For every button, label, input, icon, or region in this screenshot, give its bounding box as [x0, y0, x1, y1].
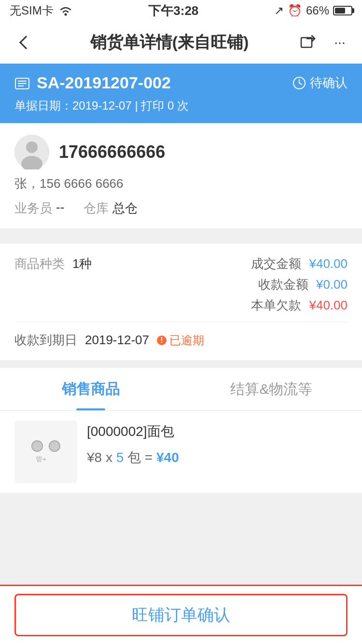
svg-line-9 [299, 83, 302, 84]
owing-value: ¥40.00 [309, 298, 348, 313]
payment-value: ¥0.00 [316, 277, 348, 292]
product-types-label: 商品种类 [14, 255, 65, 272]
tabs-header: 销售商品 结算&物流等 [0, 368, 362, 410]
nav-actions: ··· [298, 32, 350, 53]
bottom-spacer [0, 493, 362, 551]
owl-eye-right [49, 440, 60, 452]
wifi-icon [58, 5, 73, 16]
warehouse-label: 仓库 [84, 200, 109, 217]
customer-avatar [14, 135, 49, 169]
product-item: 管+ [0000002]面包 ¥8 x 5 包 = ¥40 [14, 420, 348, 483]
unit-price: ¥8 [87, 450, 102, 465]
overdue-icon: ! [157, 336, 167, 345]
alarm-icon: ⏰ [288, 4, 302, 17]
product-logo: 管+ [31, 440, 60, 463]
customer-meta: 业务员 -- 仓库 总仓 [14, 200, 348, 217]
transaction-value: ¥40.00 [309, 256, 348, 271]
more-button[interactable]: ··· [329, 32, 350, 53]
divider-1 [0, 236, 362, 244]
order-status: 待确认 [292, 74, 348, 91]
multiply-sign: x [106, 450, 116, 465]
svg-point-11 [26, 141, 38, 153]
status-bar-left: 无SIM卡 [10, 3, 73, 18]
order-id: SA-20191207-002 [14, 73, 171, 92]
nav-title: 销货单详情(来自旺铺) [41, 31, 298, 54]
tab-settlement[interactable]: 结算&物流等 [181, 368, 362, 410]
due-label: 收款到期日 [14, 332, 77, 349]
product-info: [0000002]面包 ¥8 x 5 包 = ¥40 [87, 420, 348, 467]
battery-text: 66% [306, 4, 329, 17]
payment-label: 收款金额 [258, 276, 308, 293]
confirm-btn-container: 旺铺订单确认 [0, 585, 362, 644]
tab-sales[interactable]: 销售商品 [0, 368, 181, 410]
back-button[interactable] [12, 28, 41, 57]
status-text: 待确认 [310, 74, 348, 91]
due-date: 2019-12-07 [85, 333, 149, 348]
due-date-section: 收款到期日 2019-12-07 ! 已逾期 [14, 322, 348, 349]
order-icon [14, 76, 32, 90]
product-types: 商品种类 1种 [14, 255, 92, 272]
overdue-badge: ! 已逾期 [157, 333, 204, 348]
transaction-label: 成交金额 [251, 255, 301, 272]
brand-text-icon: 管+ [34, 454, 58, 463]
order-id-text: SA-20191207-002 [37, 73, 171, 92]
unit-label: 包 [127, 450, 141, 465]
tab-sales-label: 销售商品 [62, 379, 120, 399]
owing-amount-row: 本单欠款 ¥40.00 [251, 297, 348, 314]
tab-settlement-label: 结算&物流等 [230, 379, 312, 399]
confirm-button[interactable]: 旺铺订单确认 [14, 594, 348, 636]
salesperson-value: -- [56, 200, 64, 217]
salesperson-label: 业务员 [14, 200, 52, 217]
total-price: ¥40 [156, 450, 179, 465]
summary-section: 商品种类 1种 成交金额 ¥40.00 收款金额 ¥0.00 本单欠款 ¥40.… [0, 244, 362, 360]
location-icon: ↗ [274, 4, 284, 17]
status-bar: 无SIM卡 下午3:28 ↗ ⏰ 66% [0, 0, 362, 21]
product-types-value: 1种 [72, 255, 92, 272]
order-date: 单据日期：2019-12-07 | 打印 0 次 [14, 98, 348, 113]
product-name: [0000002]面包 [87, 422, 348, 441]
nav-bar: 销货单详情(来自旺铺) ··· [0, 21, 362, 64]
quantity: 5 [116, 450, 124, 465]
customer-phone: 17666666666 [59, 142, 165, 162]
share-icon [300, 34, 318, 51]
svg-point-0 [64, 14, 67, 16]
customer-name: 张，156 6666 6666 [14, 175, 348, 192]
share-button[interactable] [298, 32, 320, 53]
svg-text:管+: 管+ [36, 455, 46, 463]
status-bar-right: ↗ ⏰ 66% [274, 4, 352, 17]
product-price: ¥8 x 5 包 = ¥40 [87, 448, 348, 467]
owl-eye-left [31, 440, 43, 452]
customer-section: 17666666666 张，156 6666 6666 业务员 -- 仓库 总仓 [0, 123, 362, 228]
battery-icon [333, 6, 352, 15]
product-section: 管+ [0000002]面包 ¥8 x 5 包 = ¥40 [0, 411, 362, 493]
clock-icon [292, 76, 306, 90]
tabs-section: 销售商品 结算&物流等 [0, 368, 362, 411]
product-image: 管+ [14, 420, 77, 483]
payment-amount-row: 收款金额 ¥0.00 [258, 276, 348, 293]
back-arrow-icon [19, 35, 33, 49]
warehouse-meta: 仓库 总仓 [84, 200, 138, 217]
order-header: SA-20191207-002 待确认 单据日期：2019-12-07 | 打印… [0, 64, 362, 123]
amounts: 成交金额 ¥40.00 收款金额 ¥0.00 本单欠款 ¥40.00 [251, 255, 348, 314]
owing-label: 本单欠款 [251, 297, 301, 314]
avatar-icon [14, 135, 49, 169]
transaction-amount-row: 成交金额 ¥40.00 [251, 255, 348, 272]
status-bar-time: 下午3:28 [148, 2, 198, 19]
overdue-text: 已逾期 [169, 333, 204, 348]
carrier-text: 无SIM卡 [10, 3, 54, 18]
tab-underline [76, 408, 105, 410]
salesperson-meta: 业务员 -- [14, 200, 64, 217]
equals-sign: = [145, 450, 156, 465]
owl-eyes [31, 440, 60, 452]
warehouse-value: 总仓 [112, 200, 138, 217]
